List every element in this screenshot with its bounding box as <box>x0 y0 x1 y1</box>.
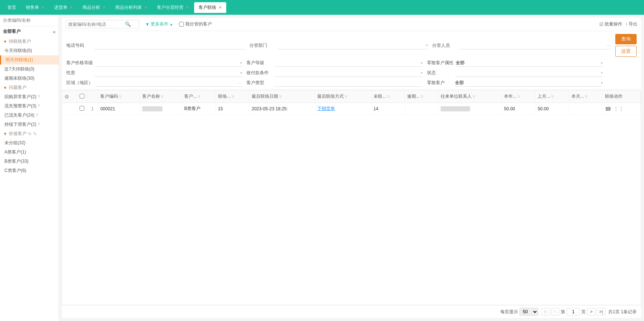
col-uncontact: 未联...⇅ <box>371 90 405 103</box>
close-customer-contact-icon[interactable]: ✕ <box>218 5 222 10</box>
next-page-button[interactable]: > <box>587 308 595 315</box>
retail-customer-select[interactable]: ▾ <box>455 79 603 87</box>
phone-label: 电话号码 <box>66 42 92 49</box>
payment-caret-icon: ▾ <box>421 71 423 75</box>
all-customers-header[interactable]: 全部客户 « <box>0 26 59 37</box>
col-gear: ⚙ <box>62 90 77 103</box>
manager-select[interactable]: ··· <box>460 42 611 49</box>
col-contact-count: 联络...⇅ <box>216 90 249 103</box>
nav-product-analysis[interactable]: 商品分析 ✕ <box>78 2 110 13</box>
filter-payment: 收付款条件 ▾ <box>246 69 422 77</box>
search-icon[interactable]: 🔍 <box>125 21 131 27</box>
customer-level-select[interactable]: ▾ <box>274 59 422 67</box>
status-select[interactable]: ▾ <box>455 69 603 77</box>
col-overdue: 逾期...⇅ <box>405 90 438 103</box>
area-select[interactable]: ··· <box>95 79 242 87</box>
first-page-button[interactable]: |< <box>541 308 550 315</box>
nav-product-analysis-list[interactable]: 商品分析列表 ✕ <box>111 2 152 13</box>
export-icon: ↑ <box>625 22 627 27</box>
sidebar-item-week-contact[interactable]: 近7天待联络(0) <box>0 65 59 74</box>
col-check <box>77 90 87 103</box>
sidebar-item-abnormal-repurchase[interactable]: 回购异常客户(2) ? <box>0 92 59 101</box>
retail-attr-caret-icon: ▾ <box>601 61 603 65</box>
retail-attr-select[interactable]: ▾ <box>456 59 603 67</box>
batch-ops-button[interactable]: ☑ 批量操作 <box>599 21 622 27</box>
row-this-year: 50.00 <box>501 103 535 115</box>
nav-customer-contact[interactable]: 客户联络 ✕ <box>194 2 226 13</box>
col-last-contact-method: 最后联络方式⇅ <box>315 90 371 103</box>
my-customers-checkbox[interactable] <box>179 22 184 27</box>
dept-label: 分管部门 <box>249 42 275 49</box>
filter-bar: 🔍 ▼ 更多条件 ▲ 我分管的客户 ☑ 批量操作 ↑ 导出 <box>62 18 641 31</box>
retail-customer-label: 零散客户 <box>427 80 453 86</box>
price-level-select[interactable]: ▾ <box>95 59 242 67</box>
area-dots-icon[interactable]: ··· <box>238 80 242 86</box>
top-nav: 首页 销售单 ✕ 进货单 ✕ 商品分析 ✕ 商品分析列表 ✕ 客户分层经营 ✕ … <box>0 0 644 15</box>
row-actions: ☎ ⋮⋮ <box>603 103 641 115</box>
close-customer-stratification-icon[interactable]: ✕ <box>186 5 189 10</box>
sidebar-item-tomorrow-contact[interactable]: 明天待联络(1) <box>0 55 59 65</box>
close-purchase-order-icon[interactable]: ✕ <box>70 5 73 10</box>
close-sales-order-icon[interactable]: ✕ <box>41 5 45 10</box>
row-last-contact-method[interactable]: 下销货单 <box>315 103 371 115</box>
row-uncontact: 14 <box>371 103 405 115</box>
col-num <box>87 90 98 103</box>
more-conditions-button[interactable]: ▼ 更多条件 ▲ <box>142 20 176 28</box>
prev-page-button[interactable]: < <box>552 308 559 315</box>
select-all-checkbox[interactable] <box>80 94 84 99</box>
settings-button[interactable]: 设置 <box>615 46 637 57</box>
search-input[interactable] <box>68 22 123 27</box>
nav-customer-stratification[interactable]: 客户分层经营 ✕ <box>153 2 193 13</box>
filter-retail-customer: 零散客户 ▾ <box>427 79 603 87</box>
manager-dots-icon[interactable]: ··· <box>606 42 611 48</box>
payment-select[interactable]: ▾ <box>274 69 422 77</box>
sidebar-item-declining[interactable]: 持续下滑客户(2) ? <box>0 120 59 129</box>
close-product-analysis-icon[interactable]: ✕ <box>102 5 106 10</box>
page-input[interactable] <box>567 308 580 315</box>
row-more-icon[interactable]: ⋮⋮ <box>613 106 624 112</box>
my-customers-checkbox-label[interactable]: 我分管的客户 <box>179 21 212 27</box>
sidebar-item-today-contact[interactable]: 今天待联络(0) <box>0 46 59 55</box>
table-header-row: ⚙ 客户编码⇅ 客户名称⇅ 客户...⇅ 联络...⇅ 最后联络日期⇅ 最后联络… <box>62 90 641 103</box>
pagination-nav: |< < 第 页 > >| <box>541 308 605 315</box>
per-page-selector: 每页显示 50 10 20 100 <box>500 308 538 316</box>
nature-select[interactable]: ▾ <box>94 69 242 77</box>
manager-label: 分管人员 <box>432 42 458 49</box>
sidebar-item-churn-warning[interactable]: 流失预警客户(3) ? <box>0 101 59 111</box>
col-contact-action: 联络动作 <box>603 90 641 103</box>
nav-home[interactable]: 首页 <box>3 2 21 13</box>
gear-icon[interactable]: ⚙ <box>64 94 69 100</box>
query-btn-group: 查询 设置 <box>615 34 637 57</box>
sidebar-search-input[interactable] <box>3 18 58 23</box>
filter-row-1: 电话号码 分管部门 ▾ 分管人员 ··· <box>66 34 637 57</box>
batch-checkbox-icon: ☑ <box>599 22 603 27</box>
row-unit-contact <box>438 103 502 115</box>
sidebar-item-class-c[interactable]: C类客户(6) <box>0 166 59 175</box>
value-customer-group: ▼ 价值客户 ↻ ✎ <box>0 129 59 138</box>
data-table: ⚙ 客户编码⇅ 客户名称⇅ 客户...⇅ 联络...⇅ 最后联络日期⇅ 最后联络… <box>62 90 641 115</box>
table-row: 1 000021 Ea B类客户 15 2023-05-23 18:25: 下销… <box>62 103 641 115</box>
phone-input[interactable] <box>94 42 245 49</box>
sidebar-item-churned[interactable]: 已流失客户(24) ? <box>0 111 59 120</box>
dept-select[interactable]: ▾ <box>277 42 428 49</box>
sidebar-item-ungrouped[interactable]: 未分组(32) <box>0 138 59 148</box>
close-product-analysis-list-icon[interactable]: ✕ <box>144 5 147 10</box>
last-page-button[interactable]: >| <box>596 308 605 315</box>
all-customers-label: 全部客户 <box>3 28 21 35</box>
export-button[interactable]: ↑ 导出 <box>625 21 637 27</box>
row-checkbox[interactable] <box>80 106 84 111</box>
filter-price-level: 客户价格等级 ▾ <box>66 59 242 67</box>
customer-type-select[interactable] <box>274 79 422 87</box>
sidebar-item-overdue-contact[interactable]: 逾期未联络(30) <box>0 74 59 83</box>
row-phone-icon[interactable]: ☎ <box>605 106 611 112</box>
query-button[interactable]: 查询 <box>615 34 637 44</box>
nav-sales-order[interactable]: 销售单 ✕ <box>21 2 49 13</box>
sidebar-item-class-b[interactable]: B类客户(33) <box>0 157 59 166</box>
area-label: 区域（地区） <box>66 80 93 86</box>
data-table-wrapper: ⚙ 客户编码⇅ 客户名称⇅ 客户...⇅ 联络...⇅ 最后联络日期⇅ 最后联络… <box>62 90 641 305</box>
per-page-select[interactable]: 50 10 20 100 <box>519 308 538 316</box>
retail-customer-caret-icon: ▾ <box>601 81 603 85</box>
sidebar: 🔍 全部客户 « ▼ 待联络客户 今天待联络(0) 明天待联络(1) 近7天待联… <box>0 15 59 321</box>
nav-purchase-order[interactable]: 进货单 ✕ <box>50 2 77 13</box>
sidebar-item-class-a[interactable]: A类客户(1) <box>0 148 59 157</box>
